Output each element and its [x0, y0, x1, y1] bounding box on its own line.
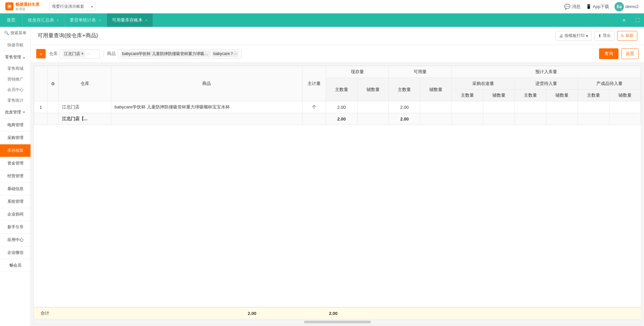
close-tab-receivables[interactable]: ×: [57, 18, 59, 22]
refresh-button[interactable]: ↻ 刷新: [617, 31, 637, 41]
message-button[interactable]: 💬 消息: [564, 4, 581, 10]
sidebar-group-wholesale: 批发管理 ▼: [0, 106, 31, 119]
filter-expand-button[interactable]: »: [36, 49, 46, 58]
cell-pp-aux: [546, 101, 578, 113]
sidebar-group-apps-header[interactable]: 应用中心: [0, 234, 31, 246]
sidebar-search[interactable]: 🔍 搜索菜单: [0, 27, 31, 40]
sidebar-group-collab-header[interactable]: 企业协同: [0, 208, 31, 221]
sidebar-item-newuser-label: 新手引导: [7, 224, 23, 230]
gear-icon[interactable]: ⚙: [51, 81, 55, 86]
tab-home[interactable]: 首页: [0, 13, 22, 27]
sidebar-group-wechat-header[interactable]: 企业微信: [0, 246, 31, 259]
cell-pp-main: [515, 101, 546, 113]
page-actions: 🖨 按模板打印 ▾ ⬆ 导出 ↻ 刷新: [555, 31, 637, 41]
query-button[interactable]: 查询: [599, 48, 619, 59]
page-header: 可用量查询(按仓库+商品) 🖨 按模板打印 ▾ ⬆ 导出 ↻ 刷新: [31, 27, 644, 45]
cell-main-unit: [302, 113, 326, 125]
cell-pit-aux: [483, 113, 515, 125]
industry-selector[interactable]: 母婴行业演示账套 ▾: [49, 2, 96, 11]
sidebar-group-newuser-header[interactable]: 新手引导: [0, 221, 31, 233]
th-gear: ⚙: [48, 66, 59, 101]
cell-pit-aux: [483, 101, 515, 113]
th-purchase-pending-group: 进货待入量: [515, 78, 578, 90]
close-tab-available-inventory[interactable]: ×: [145, 18, 147, 22]
sidebar-group-basic: 基础信息: [0, 183, 31, 195]
sidebar-group-ecom: 电商管理: [0, 119, 31, 132]
inventory-table: ⚙ 仓库 商品 主计量 现存量: [34, 66, 641, 125]
sidebar-item-retail-stats[interactable]: 零售统计: [0, 95, 31, 106]
cell-prod-main: [578, 113, 609, 125]
chevron-down-icon-print: ▾: [586, 34, 588, 38]
sidebar-group-operations: 经营管理: [0, 170, 31, 183]
sidebar-item-members[interactable]: 会员中心: [0, 85, 31, 95]
scroll-thumb[interactable]: [304, 321, 371, 323]
warehouse-filter-label: 仓库: [49, 51, 58, 57]
cell-prod-aux: [609, 101, 641, 113]
logo-sub-text: 标准版: [15, 7, 40, 11]
th-main-unit: 主计量: [302, 66, 326, 101]
cell-main-unit: 个: [302, 101, 326, 113]
sidebar-item-wechat-label: 企业微信: [7, 250, 23, 255]
chevron-up-icon: ▲: [22, 55, 26, 59]
sidebar-group-inventory-header[interactable]: 库存核算: [0, 144, 31, 157]
th-prod-main: 主数量: [578, 90, 609, 101]
tab-receivables[interactable]: 收发存汇总表 ×: [22, 13, 64, 27]
bottom-scrollbar[interactable]: [34, 319, 641, 325]
filter-separator: [103, 50, 104, 57]
th-available-main: 主数量: [389, 78, 420, 101]
user-profile[interactable]: Ea demo2: [614, 2, 639, 11]
sidebar-group-retail-header[interactable]: 零售管理 ▲: [0, 51, 31, 63]
export-button[interactable]: ⬆ 导出: [594, 31, 614, 41]
sidebar-item-purchase-label: 采购管理: [7, 135, 23, 141]
top-bar: 畅捷通好生意 标准版 母婴行业演示账套 ▾ 💬 消息 📱 App下载 Ea de…: [0, 0, 644, 13]
logo-main-text: 畅捷通好生意: [15, 2, 40, 7]
sidebar-group-ecom-header[interactable]: 电商管理: [0, 119, 31, 131]
filter-action-buttons: 查询 设置: [599, 48, 639, 59]
sidebar-group-finance-header[interactable]: 资金管理: [0, 157, 31, 170]
th-available-group: 可用量: [389, 66, 452, 78]
print-button[interactable]: 🖨 按模板打印 ▾: [555, 31, 592, 41]
search-icon: 🔍: [4, 31, 10, 35]
filter-area: » 仓库 江北门店 × ··· 商品 babycare学饮杯 儿童防摔防撞吸管杯…: [31, 45, 644, 63]
sidebar-group-purchase-header[interactable]: 采购管理: [0, 132, 31, 144]
tab-order-stats[interactable]: 要货单统计表 ×: [64, 13, 106, 27]
expand-nav-button[interactable]: ⛶: [631, 13, 644, 27]
close-tab-order-stats[interactable]: ×: [99, 18, 101, 22]
sidebar-item-vip-label: 畅会员: [9, 263, 21, 268]
nav-right-buttons: ✕ ⛶: [617, 13, 644, 27]
th-prod-aux: 辅数量: [609, 90, 641, 101]
th-pit-main: 主数量: [452, 90, 483, 101]
product-filter-tags[interactable]: babycare学饮杯 儿童防摔防撞吸管杯重力球吸嘴杯宝宝水杯 × babyca…: [118, 49, 241, 58]
th-available-aux: 辅数量: [420, 78, 452, 101]
export-icon: ⬆: [598, 34, 601, 38]
cell-product: [111, 113, 302, 125]
product-filter-label: 商品: [107, 51, 116, 57]
settings-button[interactable]: 设置: [621, 48, 639, 59]
warehouse-filter-tags[interactable]: 江北门店 × ···: [60, 49, 100, 58]
sidebar-item-marketing[interactable]: 营销推广: [0, 74, 31, 85]
sidebar-item-label: 零售管理: [5, 54, 21, 60]
sidebar-item-finance-label: 资金管理: [7, 160, 23, 166]
cell-available-main: 2.00: [389, 113, 420, 125]
th-production-pending-group: 产成品待入量: [578, 78, 641, 90]
sidebar-group-system-header[interactable]: 系统管理: [0, 195, 31, 208]
sidebar-group-operations-header[interactable]: 经营管理: [0, 170, 31, 182]
sidebar-item-wholesale-label: 批发管理: [5, 109, 21, 115]
warehouse-more[interactable]: ···: [86, 51, 90, 56]
tab-available-inventory[interactable]: 可用量库存账本 ×: [107, 13, 153, 27]
cell-gear: [48, 113, 59, 125]
tab-home-label: 首页: [7, 17, 15, 23]
product-tag-2: babycare？···: [212, 51, 238, 57]
sidebar-quick-nav-label: 快捷导航: [7, 43, 23, 47]
sidebar-item-ecommerce-mall[interactable]: 零售商城: [0, 63, 31, 74]
close-nav-button[interactable]: ✕: [617, 13, 631, 27]
sidebar-quick-nav[interactable]: 快捷导航: [0, 40, 31, 51]
warehouse-filter-group: 仓库 江北门店 × ···: [49, 49, 100, 58]
sidebar-group-basic-header[interactable]: 基础信息: [0, 183, 31, 195]
sidebar-group-vip-header[interactable]: 畅会员: [0, 259, 31, 272]
cell-stock-aux: [357, 101, 389, 113]
app-download-button[interactable]: 📱 App下载: [586, 4, 609, 10]
sidebar-group-wholesale-header[interactable]: 批发管理 ▼: [0, 106, 31, 119]
content-area: 可用量查询(按仓库+商品) 🖨 按模板打印 ▾ ⬆ 导出 ↻ 刷新: [31, 27, 644, 326]
sidebar-group-finance: 资金管理: [0, 157, 31, 170]
